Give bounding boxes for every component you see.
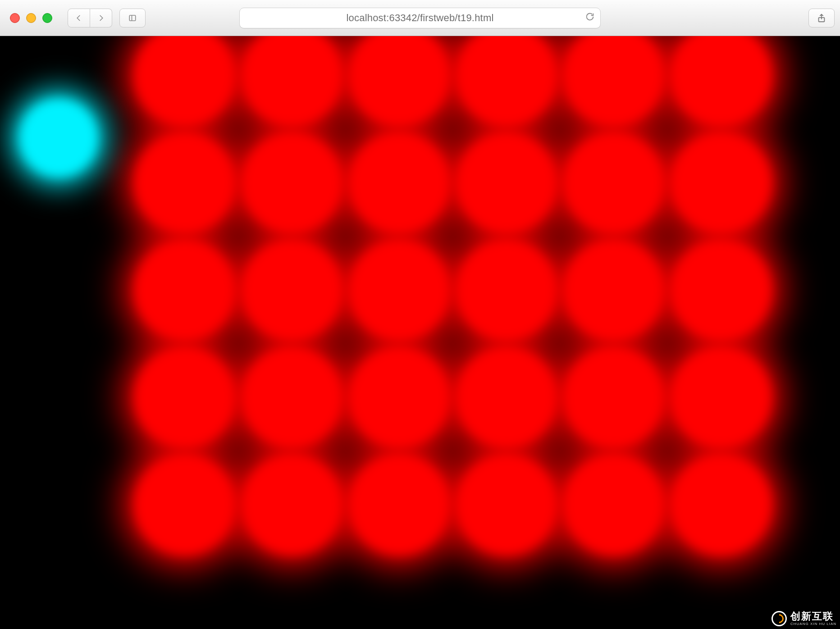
enemy-ball xyxy=(670,132,772,234)
enemy-ball xyxy=(455,239,558,342)
share-button[interactable] xyxy=(808,9,835,27)
enemy-ball xyxy=(133,346,236,449)
enemy-ball xyxy=(455,36,558,127)
enemy-ball xyxy=(455,132,558,234)
enemy-ball xyxy=(562,346,665,449)
enemy-ball xyxy=(562,239,665,342)
share-area xyxy=(808,9,835,27)
address-bar-url: localhost:63342/firstweb/t19.html xyxy=(347,12,494,24)
forward-button[interactable] xyxy=(90,9,112,27)
enemy-ball xyxy=(562,453,665,556)
enemy-ball xyxy=(348,36,451,127)
reload-icon xyxy=(585,12,595,22)
chevron-left-icon xyxy=(75,14,83,22)
window-controls xyxy=(10,13,52,23)
enemy-ball xyxy=(562,132,665,234)
enemy-ball xyxy=(562,36,665,127)
svg-rect-0 xyxy=(129,15,136,21)
enemy-ball xyxy=(670,239,772,342)
enemy-ball xyxy=(670,346,772,449)
game-canvas[interactable] xyxy=(0,36,840,629)
watermark-name: 创新互联 xyxy=(790,611,836,621)
enemy-ball xyxy=(241,239,343,342)
enemy-ball xyxy=(133,453,236,556)
enemy-ball xyxy=(241,346,343,449)
enemy-ball xyxy=(348,132,451,234)
browser-titlebar: localhost:63342/firstweb/t19.html xyxy=(0,0,840,36)
back-button[interactable] xyxy=(68,9,90,27)
watermark: 创新互联 CHUANG XIN HU LIAN xyxy=(772,611,836,626)
enemy-ball xyxy=(133,36,236,127)
enemy-ball xyxy=(241,453,343,556)
minimize-window-button[interactable] xyxy=(26,13,36,23)
enemy-ball xyxy=(241,36,343,127)
enemy-ball xyxy=(133,132,236,234)
enemy-ball xyxy=(348,453,451,556)
watermark-text: 创新互联 CHUANG XIN HU LIAN xyxy=(790,611,836,626)
watermark-logo-icon xyxy=(772,611,787,626)
nav-buttons xyxy=(68,9,112,27)
player-ball xyxy=(19,98,98,178)
enemy-ball xyxy=(133,239,236,342)
close-window-button[interactable] xyxy=(10,13,20,23)
enemy-ball xyxy=(241,132,343,234)
watermark-sub: CHUANG XIN HU LIAN xyxy=(790,622,836,626)
chevron-right-icon xyxy=(97,14,105,22)
enemy-ball xyxy=(670,36,772,127)
share-icon xyxy=(817,13,826,23)
enemy-ball xyxy=(348,239,451,342)
enemy-ball xyxy=(670,453,772,556)
enemy-ball xyxy=(348,346,451,449)
enemy-ball xyxy=(455,346,558,449)
zoom-window-button[interactable] xyxy=(42,13,52,23)
sidebar-toggle-button[interactable] xyxy=(119,9,146,27)
address-bar[interactable]: localhost:63342/firstweb/t19.html xyxy=(239,8,601,28)
enemy-ball xyxy=(455,453,558,556)
sidebar-icon xyxy=(128,14,137,22)
reload-button[interactable] xyxy=(585,12,595,24)
